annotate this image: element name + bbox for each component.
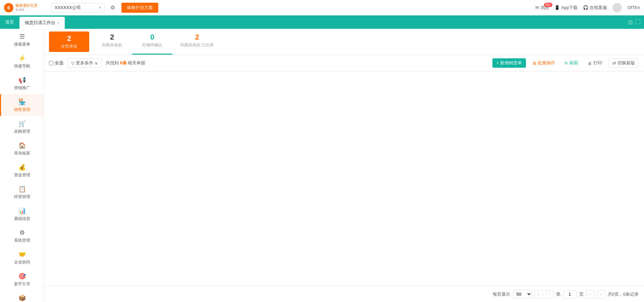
table-area — [44, 71, 644, 286]
found-text: 共找到 0条 相关单据 — [106, 60, 145, 66]
page-prev-btn[interactable]: ‹ — [545, 290, 553, 298]
stat-tab-pending[interactable]: 0 旺辅待确认 — [132, 29, 172, 55]
add-sale-btn[interactable]: + 新增销货单 — [492, 58, 526, 68]
tab-minimize-icon[interactable]: ⊡ — [628, 19, 633, 25]
logo-icon: 6 — [4, 3, 13, 12]
online-service-btn[interactable]: 🎧 在线客服 — [583, 5, 607, 11]
stat-overdue-number: 2 — [110, 33, 114, 42]
tab-bar-actions: ⊡ ⛶ — [628, 19, 644, 25]
sidebar-item-marketing[interactable]: 📢 营销推广 — [0, 72, 43, 94]
sidebar-item-guide[interactable]: 🎯 新手引导 — [0, 268, 43, 290]
tab-bar: 首页 钱货日清工作台 × ⊡ ⛶ — [0, 15, 644, 29]
print-icon: 🖨 — [588, 61, 592, 66]
print-btn[interactable]: 🖨 打印 — [585, 59, 605, 67]
page-suffix: 页 — [579, 291, 584, 297]
tab-close-icon[interactable]: × — [57, 21, 59, 25]
sales-icon: 🏪 — [18, 98, 26, 106]
inventory-icon: 🏠 — [18, 142, 26, 149]
message-btn[interactable]: ✉ 消息 99+ — [535, 5, 549, 11]
sidebar-item-operations[interactable]: 📋 经营管理 — [0, 181, 43, 203]
page-size-select[interactable]: 50 20 100 200 — [513, 290, 532, 298]
page-first-btn[interactable]: « — [535, 290, 543, 298]
pagination-bar: 每页显示 50 20 100 200 « ‹ 第 页 › » 共0页，0条记录 — [44, 286, 644, 302]
sidebar: ☰ 搜索菜单 ⚡ 快捷导航 📢 营销推广 🏪 销售管理 🛒 采购管理 🏠 库存核… — [0, 29, 44, 302]
top-header: 6 畅捷通好生意 标准版 XXXXXX公司 ▾ ⚙ 体验行业方案 ✉ 消息 99… — [0, 0, 644, 15]
tab-expand-icon[interactable]: ⛶ — [635, 19, 641, 25]
toolbar: 全选 ▽ 更多条件 ∨ 共找到 0条 相关单据 + 新增销货单 ⊞ 批量操作 ↻ — [44, 55, 644, 71]
stat-pending-label: 旺辅待确认 — [142, 42, 162, 48]
stat-all-label: 全部单据 — [61, 44, 77, 49]
search-menu-icon: ☰ — [19, 33, 25, 40]
filter-icon: ▽ — [71, 61, 74, 66]
sidebar-item-sales[interactable]: 🏪 销售管理 — [0, 94, 43, 116]
company-selector[interactable]: XXXXXX公司 ▾ — [51, 3, 105, 12]
cooperation-icon: 🤝 — [18, 251, 26, 258]
switch-btn[interactable]: ⇄ 切换新版 — [609, 58, 639, 68]
header-right: ✉ 消息 99+ 📱 App下载 🎧 在线客服 OfTEn — [535, 3, 640, 12]
company-name: XXXXXX公司 — [55, 5, 81, 11]
system-icon: ⚙ — [19, 229, 25, 236]
username: OfTEn — [627, 5, 640, 10]
sidebar-item-finance[interactable]: 💰 资金管理 — [0, 160, 43, 181]
quick-nav-icon: ⚡ — [18, 55, 26, 62]
total-text: 共0页，0条记录 — [608, 291, 639, 297]
page-label: 第 — [556, 291, 560, 297]
batch-icon: ⊞ — [533, 61, 536, 66]
message-badge: 99+ — [544, 3, 552, 7]
select-all-checkbox[interactable]: 全选 — [49, 60, 63, 66]
message-icon: ✉ — [535, 5, 539, 10]
basic-info-icon: 📊 — [18, 207, 26, 215]
app-icon: 📱 — [554, 5, 560, 10]
refresh-btn[interactable]: ↻ 刷新 — [562, 59, 581, 67]
finance-icon: 💰 — [18, 164, 26, 171]
stat-overdue-out-label: 到期未收款 已出库 — [180, 42, 214, 48]
guide-icon: 🎯 — [18, 273, 26, 280]
page-size-label: 每页显示 — [493, 291, 510, 297]
toolbar-right: + 新增销货单 ⊞ 批量操作 ↻ 刷新 🖨 打印 ⇄ 切换新版 — [492, 58, 639, 68]
sidebar-item-purchase[interactable]: 🛒 采购管理 — [0, 116, 43, 138]
stat-tab-overdue[interactable]: 2 到期未收款 — [92, 29, 132, 55]
page-number-input[interactable] — [563, 290, 577, 298]
logo-text: 畅捷通好生意 标准版 — [15, 3, 38, 12]
page-next-btn[interactable]: › — [586, 290, 594, 298]
filter-button[interactable]: ▽ 更多条件 ∨ — [67, 58, 102, 68]
page-last-btn[interactable]: » — [597, 290, 605, 298]
stats-tabs: 2 全部单据 2 到期未收款 0 旺辅待确认 2 到期未收款 已出库 — [44, 29, 644, 55]
trial-button[interactable]: 体验行业方案 — [121, 3, 158, 13]
app-center-icon: 📦 — [18, 294, 26, 302]
purchase-icon: 🛒 — [18, 120, 26, 127]
logo-area: 6 畅捷通好生意 标准版 — [4, 3, 48, 12]
refresh-icon: ↻ — [565, 61, 568, 66]
content-area: 2 全部单据 2 到期未收款 0 旺辅待确认 2 到期未收款 已出库 全选 — [44, 29, 644, 302]
avatar[interactable] — [612, 3, 622, 12]
service-icon: 🎧 — [583, 5, 588, 10]
sidebar-item-basic-info[interactable]: 📊 基础信息 — [0, 203, 43, 225]
sidebar-item-quick-nav[interactable]: ⚡ 快捷导航 — [0, 51, 43, 72]
sidebar-item-search-menu[interactable]: ☰ 搜索菜单 — [0, 29, 43, 51]
operations-icon: 📋 — [18, 185, 26, 193]
marketing-icon: 📢 — [18, 76, 26, 84]
select-all-input[interactable] — [49, 61, 53, 65]
main-layout: ☰ 搜索菜单 ⚡ 快捷导航 📢 营销推广 🏪 销售管理 🛒 采购管理 🏠 库存核… — [0, 29, 644, 302]
filter-chevron-icon: ∨ — [95, 61, 98, 66]
switch-icon: ⇄ — [612, 61, 616, 66]
stat-pending-number: 0 — [150, 33, 154, 42]
stat-overdue-label: 到期未收款 — [102, 42, 122, 48]
chevron-down-icon: ▾ — [99, 6, 101, 9]
stat-overdue-out-number: 2 — [195, 33, 199, 42]
stat-tab-all[interactable]: 2 全部单据 — [49, 32, 89, 52]
sidebar-item-system[interactable]: ⚙ 系统管理 — [0, 225, 43, 247]
settings-icon[interactable]: ⚙ — [107, 2, 118, 13]
sidebar-item-app-center[interactable]: 📦 应用中心 — [0, 290, 43, 302]
batch-btn[interactable]: ⊞ 批量操作 — [530, 59, 558, 67]
stat-all-number: 2 — [67, 34, 71, 43]
found-count: 0条 — [120, 60, 127, 65]
app-download-btn[interactable]: 📱 App下载 — [554, 5, 578, 11]
tab-home[interactable]: 首页 — [0, 15, 19, 29]
stat-tab-overdue-out[interactable]: 2 到期未收款 已出库 — [172, 29, 222, 55]
sidebar-item-inventory[interactable]: 🏠 库存核算 — [0, 138, 43, 160]
sidebar-item-cooperation[interactable]: 🤝 企业协同 — [0, 247, 43, 268]
tab-active[interactable]: 钱货日清工作台 × — [19, 17, 65, 29]
